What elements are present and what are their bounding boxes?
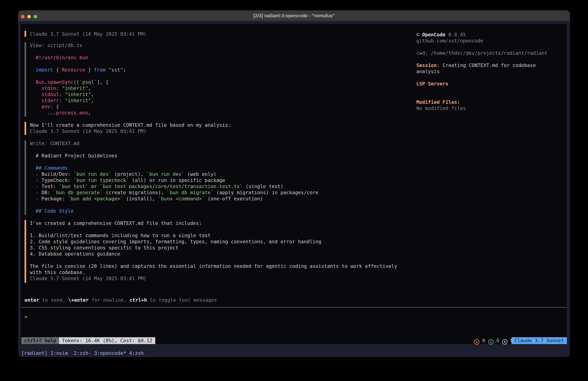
terminal-line: - DB: `bun db generate` (create migratio… [36,190,318,196]
terminal-line: View: script/db.ts [30,42,82,48]
terminal-line: stdin: "inherit", [42,85,91,91]
terminal-line: I've created a comprehensive CONTEXT.md … [30,220,202,226]
prompt-caret: > [24,314,27,320]
terminal-line: - TypeCheck: `bun run typecheck` (all) o… [36,177,225,183]
terminal-line: LSP Servers [416,81,448,87]
warning-icon: w [474,339,479,344]
terminal-line: import { Resource } from "sst"; [36,67,126,73]
close-button[interactable] [21,15,24,18]
input-separator [21,307,567,308]
info-icon: i [488,339,493,344]
tokens-cost-chip: Tokens: 16.4K (8%), Cost: $0.12 [59,337,155,344]
terminal-line: with this codebase. [30,269,85,275]
message-accent-bar [24,122,26,135]
terminal-line: Claude 3.7 Sonnet (14 May 2025 03:41 PM) [30,275,146,282]
terminal-line: - Build/Dev: `bun run dev` (project), `b… [36,171,216,177]
terminal-line: The file is concise (20 lines) and captu… [30,263,397,269]
terminal-line: Write: CONTEXT.md [30,140,79,147]
terminal-line: enter to send, \+enter for newline, ctrl… [24,297,217,303]
message-accent-bar [24,220,26,283]
terminal-line: # Radiant Project Guidelines [36,153,117,159]
lsp-diagnostics: w 0 i 0 h 0 [474,337,513,344]
terminal-line: analysis [416,68,440,75]
help-shortcut-chip[interactable]: ctrl+? help [21,337,59,344]
terminal-line: Bun.spawnSync([`psql`], { [36,79,109,85]
terminal-line: Now I'll create a comprehensive CONTEXT.… [30,122,231,128]
terminal-line: Claude 3.7 Sonnet (14 May 2025 03:41 PM) [30,31,146,37]
terminal-line: Claude 3.7 Sonnet (14 May 2025 03:41 PM) [30,128,146,134]
tmux-status-bar: [radiant] 1:nvim 2:zsh- 3:opencode* 4:zs… [21,344,567,350]
message-accent-bar [24,140,26,215]
terminal-line: Modified Files: [416,99,460,105]
terminal-line: - Package: `bun add <package>` (install)… [36,196,263,202]
model-chip[interactable]: Claude 3.7 Sonnet [511,337,567,344]
terminal-line: 1. Build/lint/test commands including ho… [30,232,210,239]
terminal-line: 2. Code style guidelines covering import… [30,239,321,245]
hint-icon: h [502,339,507,344]
terminal-line: env: { [42,104,59,110]
titlebar: [2/3] radiant:3:opencode - "romulus" [18,10,570,21]
terminal-line: - Test: `bun test` or `bun test packages… [36,183,283,190]
terminal-line: ...process.env, [47,110,91,116]
terminal-line: ## Commands [36,165,68,171]
terminal-line: 4. Database operations guidance [30,251,120,257]
terminal-line: stdout: "inherit", [42,91,94,97]
info-count: i 0 [488,337,499,344]
warning-count: w 0 [474,337,485,344]
tmux-session-windows[interactable]: [radiant] 1:nvim 2:zsh- 3:opencode* 4:zs… [21,350,144,356]
opencode-panel: Claude 3.7 Sonnet (14 May 2025 03:41 PM)… [21,24,567,344]
terminal-line: Session: Creating CONTEXT.md for codebas… [416,62,536,68]
terminal-line: No modified files [416,105,466,112]
message-accent-bar [24,31,26,37]
window-title: [2/3] radiant:3:opencode - "romulus" [18,10,570,21]
terminal-line: ## Code Style [36,208,74,214]
terminal-line: © OpenCode 0.0.45 [416,32,466,38]
prompt-input[interactable]: > [24,314,27,320]
zoom-button[interactable] [34,15,37,18]
tmux-session-time: "romulus" 15:41 14-May-25 [493,356,566,357]
message-accent-bar [24,42,26,116]
terminal-window: [2/3] radiant:3:opencode - "romulus" Cla… [18,10,570,357]
terminal-line: #!/usr/bin/env bun [36,55,88,61]
minimize-button[interactable] [27,15,31,18]
traffic-lights [21,15,37,18]
terminal-line: github.com/sst/opencode [416,38,483,44]
terminal-line: 3. CSS styling conventions specific to t… [30,245,178,251]
terminal-line: cwd: /home/thdxr/dev/projects/radiant/ra… [416,50,547,56]
help-bar: ctrl+? help Tokens: 16.4K (8%), Cost: $0… [21,337,567,344]
terminal-line: stderr: "inherit", [42,97,94,104]
